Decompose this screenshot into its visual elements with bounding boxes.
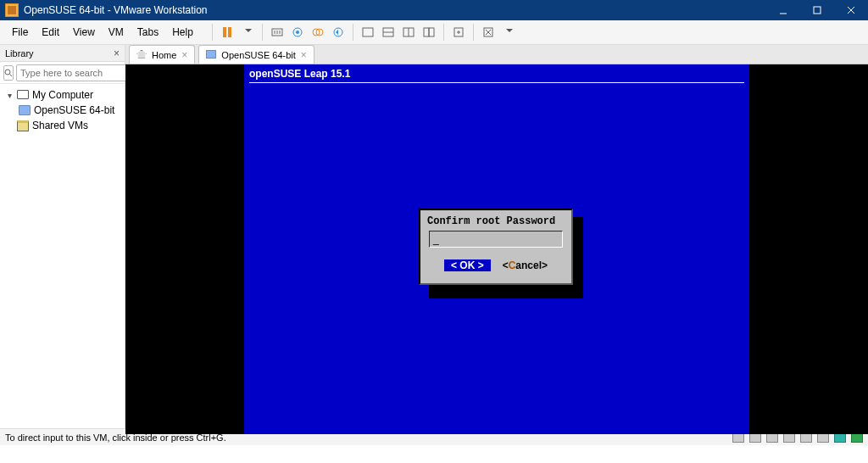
folder-icon <box>17 120 29 131</box>
tab-label: OpenSUSE 64-bit <box>221 50 295 60</box>
library-title: Library <box>5 48 34 59</box>
menu-view[interactable]: View <box>66 25 102 40</box>
guest-screen: openSUSE Leap 15.1 Confirm root Password… <box>244 64 749 434</box>
power-dropdown[interactable] <box>238 23 257 42</box>
svg-line-23 <box>10 74 13 76</box>
revert-snapshot-button[interactable] <box>329 23 348 42</box>
library-header: Library × <box>0 45 125 62</box>
toolbar <box>205 20 868 44</box>
ok-button[interactable]: < OK > <box>444 259 491 271</box>
snapshot-button[interactable] <box>288 23 307 42</box>
chevron-down-icon <box>506 29 513 36</box>
tree-label: Shared VMs <box>32 120 88 131</box>
tab-home[interactable]: Home × <box>129 45 195 64</box>
view-unity-button[interactable] <box>399 23 418 42</box>
toolbar-separator <box>473 24 474 41</box>
svg-rect-13 <box>363 28 373 36</box>
pause-icon <box>223 27 231 37</box>
password-cursor: _ <box>433 233 439 245</box>
menu-vm[interactable]: VM <box>102 25 131 40</box>
window-title: OpenSUSE 64-bit - VMware Workstation <box>24 4 766 16</box>
search-icon[interactable] <box>3 65 14 81</box>
pause-vm-button[interactable] <box>218 23 236 42</box>
svg-point-22 <box>5 70 10 75</box>
tree-label: My Computer <box>32 89 93 101</box>
toolbar-separator <box>212 24 213 41</box>
stretch-dropdown[interactable] <box>499 23 518 42</box>
toolbar-separator <box>353 24 353 41</box>
menu-file[interactable]: File <box>5 25 35 40</box>
tree-label: OpenSUSE 64-bit <box>34 104 114 116</box>
home-icon <box>136 50 147 60</box>
library-search-input[interactable] <box>16 64 142 81</box>
view-console-button[interactable] <box>359 23 377 42</box>
root-password-input[interactable]: _ <box>429 231 563 248</box>
menu-tabs[interactable]: Tabs <box>131 25 165 40</box>
dialog-title: Confirm root Password <box>420 210 571 229</box>
tree-my-computer[interactable]: ▾ My Computer <box>0 87 125 103</box>
guest-header: openSUSE Leap 15.1 <box>249 68 350 80</box>
svg-rect-1 <box>814 7 821 14</box>
minimize-button[interactable] <box>766 0 800 20</box>
toolbar-separator <box>443 24 444 41</box>
app-icon <box>5 3 19 17</box>
vm-tabs: Home × OpenSUSE 64-bit × <box>125 45 868 64</box>
svg-rect-18 <box>424 28 429 36</box>
fullscreen-button[interactable] <box>449 23 468 42</box>
guest-header-rule <box>249 82 744 83</box>
svg-point-9 <box>296 31 299 34</box>
cancel-button[interactable]: <Cancel> <box>503 259 548 271</box>
vm-icon <box>206 50 216 60</box>
library-tree: ▾ My Computer OpenSUSE 64-bit Shared VMs <box>0 84 125 428</box>
view-thumbnail-button[interactable] <box>379 23 398 42</box>
tree-vm-opensuse[interactable]: OpenSUSE 64-bit <box>0 103 125 118</box>
vm-console[interactable]: openSUSE Leap 15.1 Confirm root Password… <box>125 64 868 434</box>
tab-label: Home <box>152 50 176 60</box>
vm-icon <box>19 105 31 115</box>
tab-opensuse[interactable]: OpenSUSE 64-bit × <box>198 45 314 64</box>
close-button[interactable] <box>834 0 868 20</box>
tab-close-icon[interactable]: × <box>181 49 187 61</box>
chevron-down-icon <box>245 29 252 36</box>
library-search: ▾ <box>0 62 125 84</box>
stretch-guest-button[interactable] <box>479 23 498 42</box>
tab-close-icon[interactable]: × <box>301 49 307 61</box>
menu-edit[interactable]: Edit <box>35 25 66 40</box>
send-ctrl-alt-del-button[interactable] <box>268 23 287 42</box>
tree-shared-vms[interactable]: Shared VMs <box>0 118 125 133</box>
tree-collapse-icon[interactable]: ▾ <box>5 91 14 100</box>
confirm-root-password-dialog: Confirm root Password _ < OK > <Cancel> <box>419 209 573 285</box>
maximize-button[interactable] <box>800 0 834 20</box>
menu-help[interactable]: Help <box>165 25 200 40</box>
toolbar-separator <box>262 24 263 41</box>
dialog-buttons: < OK > <Cancel> <box>420 259 571 271</box>
snapshot-manager-button[interactable] <box>309 23 327 42</box>
library-sidebar: Library × ▾ ▾ My Computer OpenSUSE 64-bi… <box>0 45 125 428</box>
content-area: Home × OpenSUSE 64-bit × openSUSE Leap 1… <box>125 45 868 428</box>
view-multimon-button[interactable] <box>420 23 438 42</box>
window-titlebar: OpenSUSE 64-bit - VMware Workstation <box>0 0 868 20</box>
svg-rect-19 <box>429 28 434 36</box>
library-close-icon[interactable]: × <box>114 47 120 59</box>
computer-icon <box>17 90 29 100</box>
menu-bar: File Edit View VM Tabs Help <box>0 23 205 42</box>
